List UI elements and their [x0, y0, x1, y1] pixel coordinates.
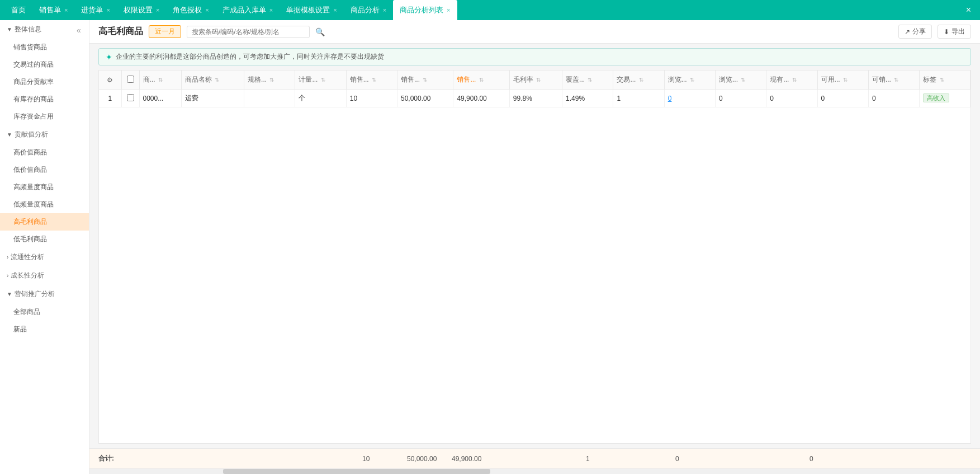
- sidebar-group-marketing[interactable]: ▼ 营销推广分析: [0, 285, 89, 303]
- sort-icon-tag: ⇅: [940, 77, 944, 83]
- sidebar-item-all-goods[interactable]: 全部商品: [0, 303, 89, 321]
- close-product-analysis-tab[interactable]: ×: [383, 7, 386, 13]
- nav-tab-product-inbound[interactable]: 产成品入库单 ×: [216, 0, 280, 20]
- sort-icon-unit: ⇅: [321, 77, 325, 83]
- sidebar-collapse-button[interactable]: «: [73, 25, 84, 36]
- th-sales-amount[interactable]: 销售... ⇅: [397, 71, 453, 90]
- th-sales-profit[interactable]: 销售... ⇅: [453, 71, 509, 90]
- th-available[interactable]: 可用... ⇅: [817, 71, 868, 90]
- filter-recent-month-button[interactable]: 近一月: [149, 25, 181, 38]
- td-gross-margin: 99.8%: [509, 90, 562, 107]
- info-banner: ✦ 企业的主要的利润都是这部分商品创造的，可考虑加大推广，同时关注库存是不要出现…: [98, 48, 971, 65]
- close-purchase-tab[interactable]: ×: [106, 7, 110, 13]
- th-code[interactable]: 商... ⇅: [139, 71, 181, 90]
- top-nav: 首页 销售单 × 进货单 × 权限设置 × 角色授权 × 产成品入库单 × 单据…: [0, 0, 980, 20]
- th-name[interactable]: 商品名称 ⇅: [181, 71, 244, 90]
- close-all-tabs[interactable]: ×: [962, 5, 976, 15]
- th-browse2[interactable]: 浏览... ⇅: [716, 71, 766, 90]
- sidebar-item-high-freq[interactable]: 高频量度商品: [0, 179, 89, 196]
- sidebar: « ▼ 整体信息 销售货商品 交易过的商品 商品分贡献率 有库存的商品 库存资金…: [0, 20, 89, 474]
- th-sellable[interactable]: 可销... ⇅: [868, 71, 919, 90]
- close-product-analysis-list-tab[interactable]: ×: [447, 7, 450, 13]
- row-checkbox[interactable]: [127, 94, 134, 101]
- td-tag: 高收入: [920, 90, 970, 107]
- close-permission-settings-tab[interactable]: ×: [156, 7, 159, 13]
- td-code: 0000...: [139, 90, 181, 107]
- sidebar-item-sales-goods[interactable]: 销售货商品: [0, 39, 89, 56]
- info-icon: ✦: [106, 53, 112, 62]
- bottom-scrollbar[interactable]: [89, 468, 980, 474]
- search-input[interactable]: [187, 26, 310, 38]
- th-spec[interactable]: 规格... ⇅: [244, 71, 295, 90]
- td-available: 0: [817, 90, 868, 107]
- table-wrapper: ⚙ 商... ⇅ 商品名称 ⇅: [98, 70, 971, 444]
- sidebar-item-inventory-goods[interactable]: 有库存的商品: [0, 91, 89, 108]
- td-browse1: 0: [664, 90, 715, 107]
- nav-tab-product-analysis-list[interactable]: 商品分析列表 ×: [393, 0, 457, 20]
- export-button[interactable]: ⬇ 导出: [938, 25, 971, 39]
- settings-icon: ⚙: [107, 76, 113, 84]
- th-trade-count[interactable]: 交易... ⇅: [613, 71, 664, 90]
- sidebar-group-financial-arrow: ▼: [7, 132, 12, 138]
- sidebar-item-high-value[interactable]: 高价值商品: [0, 144, 89, 161]
- th-check: [121, 71, 139, 90]
- sort-icon-spec: ⇅: [269, 77, 274, 83]
- nav-tab-template-settings[interactable]: 单据模板设置 ×: [280, 0, 343, 20]
- share-button[interactable]: ↗ 分享: [898, 25, 932, 39]
- nav-tab-home[interactable]: 首页: [4, 0, 32, 20]
- sidebar-item-low-value[interactable]: 低价值商品: [0, 161, 89, 179]
- footer-total: 合计: 10 50,000.00 49,900.00 1 0 0: [89, 448, 980, 468]
- sidebar-item-new-goods[interactable]: 新品: [0, 321, 89, 338]
- sidebar-item-traded-goods[interactable]: 交易过的商品: [0, 56, 89, 73]
- sidebar-group-growth[interactable]: › 成长性分析: [0, 266, 89, 285]
- td-browse2: 0: [716, 90, 766, 107]
- search-icon[interactable]: 🔍: [315, 27, 325, 36]
- th-coverage[interactable]: 覆盖... ⇅: [562, 71, 613, 90]
- select-all-checkbox[interactable]: [127, 76, 134, 83]
- sidebar-item-low-margin[interactable]: 低毛利商品: [0, 231, 89, 248]
- sort-icon-coverage: ⇅: [588, 77, 592, 83]
- sort-icon-sales-qty: ⇅: [372, 77, 376, 83]
- sidebar-item-inventory-ratio[interactable]: 库存资金占用: [0, 108, 89, 125]
- th-settings[interactable]: ⚙: [99, 71, 121, 90]
- td-check: [121, 90, 139, 107]
- sidebar-item-goods-contrib[interactable]: 商品分贡献率: [0, 73, 89, 91]
- nav-tab-permission-settings[interactable]: 权限设置 ×: [117, 0, 166, 20]
- sidebar-item-low-freq[interactable]: 低频量度商品: [0, 196, 89, 213]
- footer-sales-qty: 10: [356, 455, 400, 463]
- close-template-settings-tab[interactable]: ×: [333, 7, 337, 13]
- td-index: 1: [99, 90, 121, 107]
- sort-icon-gross-margin: ⇅: [536, 77, 541, 83]
- scrollbar-thumb[interactable]: [223, 469, 490, 474]
- data-table: ⚙ 商... ⇅ 商品名称 ⇅: [99, 71, 970, 107]
- td-unit: 个: [295, 90, 346, 107]
- share-icon: ↗: [905, 28, 910, 36]
- th-gross-margin[interactable]: 毛利率 ⇅: [509, 71, 562, 90]
- sort-icon-browse2: ⇅: [741, 77, 745, 83]
- sidebar-group-flow[interactable]: › 流通性分析: [0, 248, 89, 266]
- footer-trade-count: 1: [579, 455, 624, 463]
- sidebar-group-financial[interactable]: ▼ 贡献值分析: [0, 125, 89, 144]
- td-coverage: 1.49%: [562, 90, 613, 107]
- th-tag[interactable]: 标签 ⇅: [920, 71, 970, 90]
- sidebar-item-high-margin[interactable]: 高毛利商品: [0, 213, 89, 231]
- th-browse1[interactable]: 浏览... ⇅: [664, 71, 715, 90]
- td-sales-profit: 49,900.00: [453, 90, 509, 107]
- content-area: 高毛利商品 近一月 🔍 ↗ 分享 ⬇ 导出 ✦ 企业的主要的利润都是这部分商品创…: [89, 20, 980, 474]
- footer-browse2: 0: [669, 455, 713, 463]
- table-header-row: ⚙ 商... ⇅ 商品名称 ⇅: [99, 71, 970, 90]
- nav-tab-product-analysis[interactable]: 商品分析 ×: [344, 0, 393, 20]
- sort-icon-code: ⇅: [158, 77, 163, 83]
- nav-tab-sales[interactable]: 销售单 ×: [32, 0, 74, 20]
- close-sales-tab[interactable]: ×: [64, 7, 68, 13]
- export-icon: ⬇: [944, 28, 949, 36]
- close-role-permission-tab[interactable]: ×: [205, 7, 209, 13]
- th-unit[interactable]: 计量... ⇅: [295, 71, 346, 90]
- th-current-stock[interactable]: 现有... ⇅: [766, 71, 817, 90]
- table-row: 1 0000... 运费: [99, 90, 970, 107]
- main-layout: « ▼ 整体信息 销售货商品 交易过的商品 商品分贡献率 有库存的商品 库存资金…: [0, 20, 980, 474]
- th-sales-qty[interactable]: 销售... ⇅: [346, 71, 397, 90]
- close-product-inbound-tab[interactable]: ×: [269, 7, 273, 13]
- nav-tab-purchase[interactable]: 进货单 ×: [74, 0, 116, 20]
- nav-tab-role-permission[interactable]: 角色授权 ×: [166, 0, 215, 20]
